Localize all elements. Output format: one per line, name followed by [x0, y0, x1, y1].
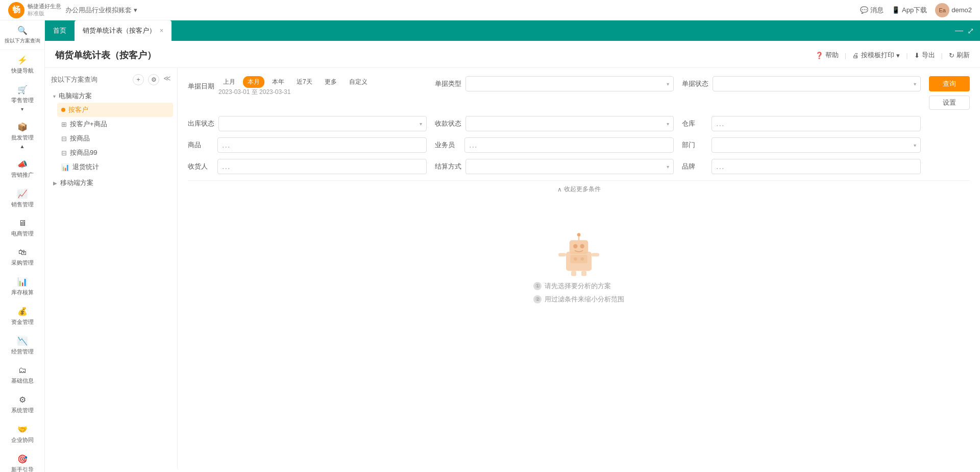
- sidebar-item-jingyingguanli[interactable]: 📉 经营管理: [0, 331, 44, 361]
- receipt-select[interactable]: ▾: [465, 116, 674, 131]
- active-dot: [61, 108, 65, 112]
- date-range-display: 2023-03-01 至 2023-03-31: [218, 88, 427, 97]
- logo-area: 畅 畅捷通好生意 标准版: [8, 2, 61, 18]
- warehouse-dots: ...: [716, 119, 724, 128]
- nav-arrow-lingshouguli: ▾: [21, 106, 23, 112]
- app-download-btn[interactable]: 📱 App下载: [892, 6, 927, 15]
- tree-child-goods99[interactable]: ⊟ 按商品99: [57, 146, 173, 160]
- page-title: 销货单统计表（按客户）: [55, 49, 156, 61]
- sidebar-item-lingshouguli[interactable]: 🛒 零售管理 ▾: [0, 80, 44, 117]
- refresh-btn[interactable]: ↻ 刷新: [949, 51, 970, 60]
- doc-type-select[interactable]: ▾: [465, 76, 674, 91]
- staff-select[interactable]: ...: [464, 137, 674, 153]
- query-button[interactable]: 查询: [929, 76, 970, 91]
- content-area: 首页 销货单统计表（按客户） × — ⤢ 销货单统计表（按客户）: [45, 20, 980, 472]
- collapse-left-btn[interactable]: ≪: [163, 74, 171, 85]
- tree-child-customer-goods[interactable]: ⊞ 按客户+商品: [57, 117, 173, 131]
- date-btn-custom[interactable]: 自定义: [345, 76, 372, 88]
- sidebar-item-caigouguanli[interactable]: 🛍 采购管理: [0, 243, 44, 272]
- tree-section-desktop[interactable]: ▾ 电脑端方案: [49, 89, 173, 103]
- payment-control: ▾: [465, 159, 674, 174]
- sidebar-search-section: 🔍 按以下方案查询: [0, 20, 44, 50]
- date-btn-more[interactable]: 更多: [320, 76, 341, 88]
- user-menu[interactable]: Ea demo2: [935, 3, 972, 17]
- empty-state: ① 请先选择要分析的方案 ② 用过滤条件来缩小分析范围: [188, 198, 970, 337]
- settings-scheme-btn[interactable]: ⚙: [148, 74, 159, 85]
- tab-bar-actions: — ⤢: [955, 26, 980, 36]
- sidebar-item-dianshanguanli[interactable]: 🖥 电商管理: [0, 214, 44, 243]
- doc-status-select[interactable]: ▾: [713, 76, 921, 91]
- svg-rect-7: [592, 253, 599, 256]
- tree-child-by-customer[interactable]: 按客户: [57, 103, 173, 117]
- sidebar-item-pifaguanli[interactable]: 📦 批发管理 ▲: [0, 117, 44, 154]
- outbound-select[interactable]: ▾: [218, 116, 427, 131]
- query-btn-group: 查询 设置: [929, 76, 970, 110]
- nav-icon-xiaoshouguanli: 📈: [17, 189, 28, 199]
- svg-point-3: [580, 244, 584, 248]
- tip-num-1: ①: [533, 282, 542, 290]
- top-bar-right: 💬 消息 📱 App下载 Ea demo2: [860, 3, 972, 17]
- sidebar-search[interactable]: 🔍 按以下方案查询: [0, 20, 44, 50]
- export-btn[interactable]: ⬇ 导出: [914, 51, 935, 60]
- date-btn-last-month[interactable]: 上月: [218, 76, 240, 88]
- export-icon: ⬇: [914, 52, 920, 59]
- download-icon: 📱: [892, 6, 900, 14]
- message-btn[interactable]: 💬 消息: [860, 6, 884, 15]
- tab-close-btn[interactable]: ×: [160, 27, 163, 34]
- dept-select[interactable]: ▾: [712, 137, 921, 153]
- receipt-arrow-icon: ▾: [667, 121, 669, 127]
- sidebar-item-xinshouyindao[interactable]: 🎯 新手引导: [0, 449, 44, 472]
- tree-child-return-stat[interactable]: 📊 退货统计: [57, 160, 173, 174]
- doc-status-control: ▾: [713, 76, 921, 91]
- payment-select[interactable]: ▾: [465, 159, 674, 174]
- filter-goods: 商品 ...: [188, 137, 427, 153]
- sidebar-item-xitonguanli[interactable]: ⚙ 系统管理: [0, 390, 44, 419]
- brand-select[interactable]: ...: [712, 159, 921, 174]
- collapse-filter-bar[interactable]: ∧ 收起更多条件: [188, 180, 970, 198]
- tab-minimize-btn[interactable]: —: [955, 26, 963, 35]
- outbound-arrow-icon: ▾: [420, 121, 422, 127]
- filter-staff: 业务员 ...: [435, 137, 674, 153]
- sidebar-item-kucunhesuan[interactable]: 📊 库存核算: [0, 272, 44, 301]
- sidebar-item-jichuxinxi[interactable]: 🗂 基础信息: [0, 361, 44, 390]
- date-btn-this-year[interactable]: 本年: [267, 76, 289, 88]
- sidebar-item-xiaoshouguanli[interactable]: 📈 销售管理: [0, 184, 44, 214]
- sidebar-item-qiyexietong[interactable]: 🤝 企业协同: [0, 419, 44, 449]
- logo-text-area: 畅捷通好生意 标准版: [28, 3, 61, 17]
- dept-label: 部门: [682, 140, 707, 150]
- sidebar-item-yingxiaotuiguang[interactable]: 📣 营销推广: [0, 154, 44, 184]
- recipient-select[interactable]: ...: [217, 159, 427, 174]
- date-btn-this-month[interactable]: 本月: [243, 76, 264, 88]
- tree-child-by-goods[interactable]: ⊟ 按商品: [57, 131, 173, 146]
- child-icon-customer-goods: ⊞: [61, 121, 67, 128]
- main-area: 🔍 按以下方案查询 ⚡ 快捷导航 🛒 零售管理 ▾ 📦 批发管理 ▲ 📣 营销推…: [0, 20, 980, 472]
- tree-section-mobile[interactable]: ▶ 移动端方案: [49, 176, 173, 190]
- app-title[interactable]: 办公用品行业模拟账套 ▾: [65, 6, 137, 15]
- goods-select[interactable]: ...: [217, 137, 427, 153]
- brand-control: ...: [712, 159, 921, 174]
- warehouse-label: 仓库: [682, 119, 707, 128]
- tab-active[interactable]: 销货单统计表（按客户） ×: [75, 20, 172, 41]
- print-btn[interactable]: 🖨 按模板打印 ▾: [852, 51, 900, 60]
- tab-home[interactable]: 首页: [45, 20, 75, 41]
- setting-button[interactable]: 设置: [929, 96, 970, 110]
- date-filter-options: 上月 本月 本年 近7天 更多 自定义: [218, 76, 427, 88]
- sidebar-item-zijinguanli[interactable]: 💰 资金管理: [0, 301, 44, 331]
- avatar: Ea: [935, 3, 949, 17]
- search-icon: 🔍: [17, 26, 28, 35]
- nav-icon-zijinguanli: 💰: [17, 306, 28, 316]
- nav-icon-pifaguanli: 📦: [17, 122, 28, 132]
- filter-payment: 结算方式 ▾: [435, 159, 674, 174]
- help-btn[interactable]: ❓ 帮助: [815, 51, 839, 60]
- left-panel: 按以下方案查询 + ⚙ ≪ ▾ 电脑端方案: [45, 68, 178, 468]
- top-bar-left: 畅 畅捷通好生意 标准版 办公用品行业模拟账套 ▾: [8, 2, 137, 18]
- sidebar-item-kuaisudaohang[interactable]: ⚡ 快捷导航: [0, 50, 44, 80]
- recipient-label: 收货人: [188, 162, 213, 171]
- date-btn-7days[interactable]: 近7天: [292, 76, 317, 88]
- add-scheme-btn[interactable]: +: [133, 74, 144, 85]
- receipt-label: 收款状态: [435, 119, 461, 128]
- warehouse-select[interactable]: ...: [712, 116, 921, 131]
- brand-label: 品牌: [682, 162, 707, 171]
- tab-maximize-btn[interactable]: ⤢: [967, 26, 974, 36]
- message-icon: 💬: [860, 6, 868, 14]
